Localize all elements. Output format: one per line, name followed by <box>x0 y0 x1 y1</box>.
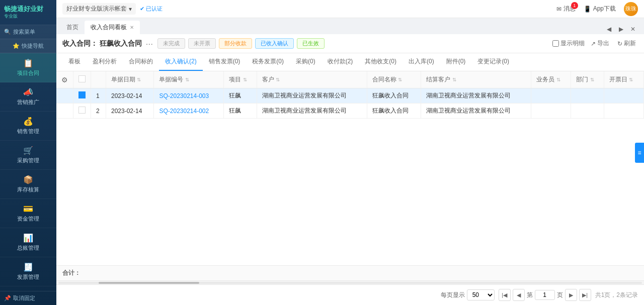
row1-checkbox[interactable] <box>73 88 91 104</box>
scrollbar-thumb[interactable] <box>99 282 199 284</box>
row2-customer: 湖南卫视商业运营发展有限公司 <box>257 104 367 119</box>
th-settle[interactable]: 结算客户 ⇅ <box>421 71 531 88</box>
table-row[interactable]: 2 2023-02-14 SQ-20230214-002 狂飙 湖南卫视商业运营… <box>56 104 644 119</box>
sales-icon: 💰 <box>23 117 33 126</box>
tab-nav-left[interactable]: ◀ <box>604 24 614 34</box>
sidebar-search-label: 搜索菜单 <box>13 28 35 36</box>
tab-change-log[interactable]: 变更记录(0) <box>471 53 515 71</box>
tab-kanban[interactable]: 看板 <box>62 53 87 71</box>
verified-label: 已认证 <box>146 5 163 13</box>
refresh-icon: ↻ <box>617 40 622 47</box>
tab-purchase[interactable]: 采购(0) <box>290 53 321 71</box>
tab-in-out-stock[interactable]: 出入库(0) <box>403 53 440 71</box>
display-dense-input[interactable] <box>552 40 559 47</box>
row2-number: SQ-20230214-002 <box>154 104 224 119</box>
page-input[interactable] <box>535 290 555 300</box>
per-page-select[interactable]: 50 100 <box>467 289 495 300</box>
sidebar-item-funds-label: 资金管理 <box>17 215 39 223</box>
sidebar-item-purchase[interactable]: 🛒 采购管理 <box>0 141 56 170</box>
sidebar-logo-main: 畅捷通好业财 <box>4 5 43 13</box>
sort-date-icon[interactable]: ⇅ <box>137 77 141 82</box>
tab-close-button[interactable]: ✕ <box>130 25 134 30</box>
status-tag-incomplete[interactable]: 未完成 <box>157 38 185 49</box>
sort-settle-icon[interactable]: ⇅ <box>452 77 456 82</box>
sidebar-bottom-unpin[interactable]: 📌 取消固定 <box>0 291 56 305</box>
sort-project-icon[interactable]: ⇅ <box>243 77 247 82</box>
page-nav: |◀ ◀ 第 页 ▶ ▶| <box>499 289 591 301</box>
export-label: 导出 <box>597 39 609 48</box>
th-number[interactable]: 单据编号 ⇅ <box>154 71 224 88</box>
sort-contract-icon[interactable]: ⇅ <box>398 77 402 82</box>
row1-checkbox-input[interactable] <box>78 91 86 98</box>
sidebar-item-inventory[interactable]: 📦 库存核算 <box>0 170 56 199</box>
th-salesperson[interactable]: 业务员 ⇅ <box>531 71 571 88</box>
tab-revenue-confirm[interactable]: 收入确认(2) <box>159 53 203 71</box>
export-icon: ↗ <box>591 40 596 47</box>
quick-nav[interactable]: ⭐ 快捷导航 <box>0 39 56 53</box>
row1-number-link[interactable]: SQ-20230214-003 <box>159 92 209 99</box>
tab-nav-right[interactable]: ▶ <box>616 24 626 34</box>
status-tag-uninvoiced[interactable]: 未开票 <box>188 38 216 49</box>
th-date[interactable]: 单据日期 ⇅ <box>106 71 154 88</box>
display-dense-label: 显示明细 <box>560 39 585 48</box>
status-tag-effective[interactable]: 已生效 <box>297 38 325 49</box>
status-tag-confirmed[interactable]: 已收入确认 <box>255 38 294 49</box>
company-selector[interactable]: 好业财专业版演示帐套 ▾ <box>62 3 136 15</box>
sort-customer-icon[interactable]: ⇅ <box>276 77 280 82</box>
sort-salesperson-icon[interactable]: ⇅ <box>556 77 560 82</box>
pagination: 每页显示 50 100 |◀ ◀ 第 页 ▶ ▶| 共1页，2条记录 <box>56 284 644 305</box>
sidebar-item-invoice[interactable]: 🧾 发票管理 <box>0 257 56 286</box>
export-button[interactable]: ↗ 导出 <box>589 38 611 49</box>
tab-payment[interactable]: 收付款(2) <box>321 53 359 71</box>
messages-button[interactable]: ✉ 消息 1 <box>556 5 576 13</box>
sidebar-item-general[interactable]: 📊 总账管理 <box>0 228 56 257</box>
app-download-button[interactable]: 📱 App下载 <box>584 5 616 13</box>
table-row[interactable]: 1 2023-02-14 SQ-20230214-003 狂飙 湖南卫视商业运营… <box>56 88 644 104</box>
right-panel-toggle-button[interactable]: ≡ <box>635 143 644 163</box>
first-page-button[interactable]: |◀ <box>499 289 511 301</box>
th-project[interactable]: 项目 ⇅ <box>224 71 257 88</box>
row2-number-link[interactable]: SQ-20230214-002 <box>159 108 209 115</box>
sidebar-item-sales[interactable]: 💰 销售管理 <box>0 112 56 141</box>
more-button[interactable]: ··· <box>146 40 153 48</box>
select-all-checkbox[interactable] <box>78 75 86 82</box>
sort-department-icon[interactable]: ⇅ <box>590 77 594 82</box>
scrollbar-track[interactable] <box>58 282 642 284</box>
row2-date: 2023-02-14 <box>106 104 154 119</box>
th-contract[interactable]: 合同名称 ⇅ <box>367 71 421 88</box>
tab-home[interactable]: 首页 <box>62 21 83 34</box>
sort-bill-date-icon[interactable]: ⇅ <box>629 77 633 82</box>
tab-tax-invoice[interactable]: 税务发票(0) <box>246 53 290 71</box>
row1-bill-date <box>604 88 643 104</box>
sidebar-search[interactable]: 🔍 搜索菜单 <box>0 25 56 39</box>
user-avatar[interactable]: 珠珠 <box>624 2 638 16</box>
tab-close-all[interactable]: ✕ <box>628 24 638 34</box>
page-suffix-label: 页 <box>557 291 563 299</box>
refresh-button[interactable]: ↻ 刷新 <box>615 38 638 49</box>
tab-other-income[interactable]: 其他收支(0) <box>359 53 403 71</box>
th-department[interactable]: 部门 ⇅ <box>571 71 604 88</box>
tab-contract-board[interactable]: 收入合同看板 ✕ <box>85 21 140 34</box>
th-date-label: 单据日期 <box>111 76 135 83</box>
table-settings-icon[interactable]: ⚙ <box>61 76 68 84</box>
display-dense-checkbox[interactable]: 显示明细 <box>552 39 585 48</box>
sidebar-item-funds[interactable]: 💳 资金管理 <box>0 199 56 228</box>
prev-page-button[interactable]: ◀ <box>513 289 525 301</box>
row2-checkbox-input[interactable] <box>78 107 86 114</box>
row2-checkbox[interactable] <box>73 104 91 119</box>
next-page-button[interactable]: ▶ <box>565 289 577 301</box>
tab-profit[interactable]: 盈利分析 <box>87 53 123 71</box>
tab-contract-target[interactable]: 合同标的 <box>123 53 159 71</box>
th-customer[interactable]: 客户 ⇅ <box>257 71 367 88</box>
last-page-button[interactable]: ▶| <box>579 289 591 301</box>
th-settings: ⚙ <box>56 71 73 88</box>
sidebar-item-marketing[interactable]: 📣 营销推广 <box>0 82 56 112</box>
tab-attachment[interactable]: 附件(0) <box>440 53 472 71</box>
status-tag-partial[interactable]: 部分收款 <box>219 38 252 49</box>
th-bill-date[interactable]: 开票日 ⇅ <box>604 71 643 88</box>
sort-number-icon[interactable]: ⇅ <box>185 77 189 82</box>
sidebar-item-project[interactable]: 📋 项目合同 <box>0 53 56 82</box>
sidebar-item-tax[interactable]: 🏛️ 税务管理 <box>0 286 56 291</box>
tab-sales-invoice[interactable]: 销售发票(0) <box>203 53 247 71</box>
scrollbar-area[interactable] <box>56 280 644 284</box>
